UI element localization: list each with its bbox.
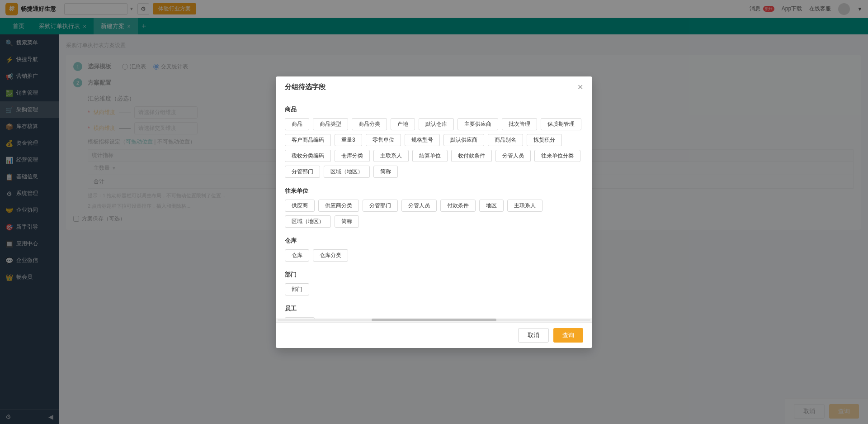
field-tag-customer-product-code[interactable]: 客户商品编码: [285, 134, 331, 146]
section-employee: 员工 业务员: [285, 305, 583, 319]
field-tag-product[interactable]: 商品: [285, 118, 309, 130]
modal-title: 分组待选字段: [285, 83, 326, 91]
field-tag-pick-points[interactable]: 拣货积分: [527, 134, 562, 146]
field-tag-dept[interactable]: 分管部门: [285, 166, 320, 178]
field-tag-main-contact2[interactable]: 主联系人: [507, 200, 542, 212]
section-partner-title: 往来单位: [285, 187, 583, 195]
section-employee-title: 员工: [285, 305, 583, 313]
field-tag-tax-code[interactable]: 税收分类编码: [285, 150, 331, 162]
field-tag-supplier-category[interactable]: 供应商分类: [318, 200, 359, 212]
field-tag-warehouse-category[interactable]: 仓库分类: [335, 150, 370, 162]
field-tag-default-supplier[interactable]: 默认供应商: [443, 134, 484, 146]
modal-header: 分组待选字段 ✕: [276, 76, 592, 98]
field-tag-product-alias[interactable]: 商品别名: [488, 134, 523, 146]
field-tag-payment-terms[interactable]: 收付款条件: [451, 150, 492, 162]
modal-confirm-button[interactable]: 查询: [553, 328, 583, 343]
field-tag-default-warehouse[interactable]: 默认仓库: [419, 118, 454, 130]
field-tag-partner-category[interactable]: 往来单位分类: [534, 150, 580, 162]
field-tag-spec-model[interactable]: 规格型号: [405, 134, 440, 146]
scrollbar-track: [278, 319, 590, 321]
field-tag-warehouse[interactable]: 仓库: [285, 249, 309, 262]
modal-close-button[interactable]: ✕: [577, 83, 583, 91]
modal-overlay: 分组待选字段 ✕ 商品 商品 商品类型 商品分类 产地 默认仓库 主要供应商 批…: [0, 0, 868, 424]
scrollbar-thumb[interactable]: [372, 319, 497, 321]
field-tag-region[interactable]: 区域（地区）: [324, 166, 370, 178]
field-tag-area[interactable]: 地区: [479, 200, 504, 212]
field-tag-main-contact[interactable]: 主联系人: [373, 150, 409, 162]
field-tag-batch-mgmt[interactable]: 批次管理: [502, 118, 537, 130]
field-tag-short-name2[interactable]: 简称: [335, 215, 359, 228]
modal-cancel-button[interactable]: 取消: [518, 328, 549, 343]
field-tag-origin[interactable]: 产地: [391, 118, 415, 130]
field-tag-retail-unit[interactable]: 零售单位: [366, 134, 401, 146]
department-field-tags: 部门: [285, 283, 583, 295]
section-product-title: 商品: [285, 105, 583, 114]
field-tag-partner-dept[interactable]: 分管部门: [363, 200, 398, 212]
section-department-title: 部门: [285, 271, 583, 279]
field-tag-main-supplier[interactable]: 主要供应商: [458, 118, 498, 130]
modal-footer: 取消 查询: [276, 322, 592, 348]
field-tag-warehouse-cat[interactable]: 仓库分类: [313, 249, 348, 262]
section-department: 部门 部门: [285, 271, 583, 295]
field-tag-product-category[interactable]: 商品分类: [352, 118, 387, 130]
field-tag-shelf-life[interactable]: 保质期管理: [541, 118, 581, 130]
field-tag-settlement-unit[interactable]: 结算单位: [412, 150, 448, 162]
field-selection-modal: 分组待选字段 ✕ 商品 商品 商品类型 商品分类 产地 默认仓库 主要供应商 批…: [276, 76, 592, 348]
field-tag-supervisor[interactable]: 分管人员: [495, 150, 531, 162]
field-tag-region2[interactable]: 区域（地区）: [285, 215, 331, 228]
field-tag-supplier[interactable]: 供应商: [285, 200, 315, 212]
field-tag-payment-condition[interactable]: 付款条件: [440, 200, 476, 212]
section-warehouse: 仓库 仓库 仓库分类: [285, 237, 583, 262]
section-product: 商品 商品 商品类型 商品分类 产地 默认仓库 主要供应商 批次管理 保质期管理…: [285, 105, 583, 178]
modal-horizontal-scrollbar[interactable]: [276, 319, 592, 322]
field-tag-partner-supervisor[interactable]: 分管人员: [401, 200, 437, 212]
field-tag-weight3[interactable]: 重量3: [335, 134, 362, 146]
field-tag-product-type[interactable]: 商品类型: [313, 118, 348, 130]
warehouse-field-tags: 仓库 仓库分类: [285, 249, 583, 262]
section-warehouse-title: 仓库: [285, 237, 583, 245]
modal-body: 商品 商品 商品类型 商品分类 产地 默认仓库 主要供应商 批次管理 保质期管理…: [276, 98, 592, 319]
section-partner: 往来单位 供应商 供应商分类 分管部门 分管人员 付款条件 地区 主联系人 区域…: [285, 187, 583, 228]
field-tag-short-name[interactable]: 简称: [373, 166, 398, 178]
product-field-tags: 商品 商品类型 商品分类 产地 默认仓库 主要供应商 批次管理 保质期管理 客户…: [285, 118, 583, 178]
partner-field-tags: 供应商 供应商分类 分管部门 分管人员 付款条件 地区 主联系人 区域（地区） …: [285, 200, 583, 228]
field-tag-department[interactable]: 部门: [285, 283, 309, 295]
